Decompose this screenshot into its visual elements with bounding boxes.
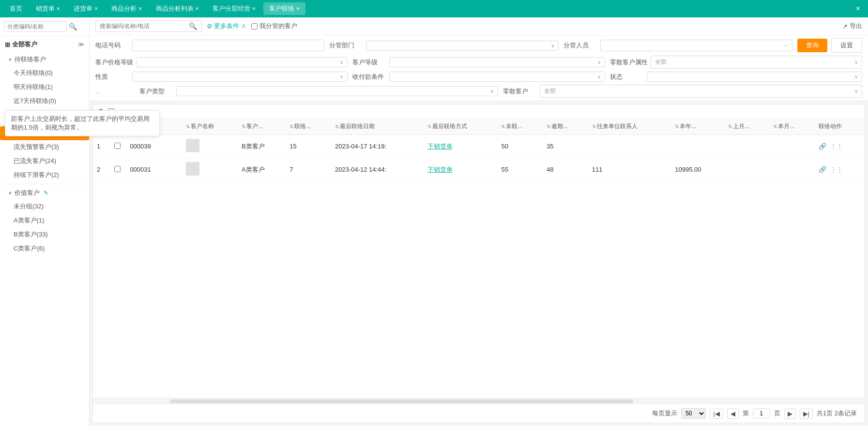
cell-action[interactable]: 🔗 ⋮⋮ — [815, 158, 865, 181]
filter-select-retail-customer[interactable]: 全部 ∨ — [540, 85, 862, 98]
sidebar-search-icon[interactable]: 🔍 — [69, 23, 77, 30]
filter-rows-expanded: 电话号码 分管部门 ∨ 分管人员 ··· 查询 设置 — [90, 35, 868, 101]
action-link-icon[interactable]: 🔗 — [819, 166, 826, 173]
cell-action[interactable]: 🔗 ⋮⋮ — [815, 135, 865, 158]
sidebar-item-7day-contact[interactable]: 近7天待联络(0) — [0, 94, 89, 108]
content-area: 🔍 ⚙ 更多条件 ∧ 我分管的客户 ↗ 导出 电话号码 — [90, 17, 868, 426]
nav-item-customer-segment[interactable]: 客户分层经营 × — [207, 2, 261, 15]
cell-last-contact-method[interactable]: 下销货单 — [424, 135, 498, 158]
last-page-button[interactable]: ▶| — [800, 409, 813, 419]
nav-item-customer-contact[interactable]: 客户联络 × — [263, 2, 305, 15]
action-more-icon[interactable]: ⋮⋮ — [830, 166, 843, 173]
col-header-type[interactable]: 客户... — [238, 118, 286, 135]
first-page-button[interactable]: |◀ — [710, 409, 723, 419]
col-header-name[interactable]: 客户名称 — [182, 118, 238, 135]
filter-select-gender[interactable]: ∨ — [132, 72, 348, 82]
filter-action-area: 查询 设置 — [797, 38, 862, 53]
sidebar-group-pending-contact[interactable]: ▼ 待联络客户 — [0, 53, 89, 66]
filter-label-gender: 性质 — [95, 73, 129, 81]
col-header-contact-count[interactable]: 联络... — [286, 118, 331, 135]
filter-select-price-level[interactable]: ∨ — [136, 57, 348, 67]
filter-select-customer-level[interactable]: ∨ — [389, 57, 605, 67]
sidebar-grid-icon: ⊞ — [5, 41, 10, 48]
horizontal-scrollbar-track[interactable] — [170, 399, 633, 403]
sidebar-item-class-c[interactable]: C类客户(6) — [0, 242, 89, 256]
filter-select-status[interactable]: ∨ — [647, 72, 862, 82]
cell-contact-count: 7 — [286, 158, 331, 181]
col-header-last-contact-method[interactable]: 最后联络方式 — [424, 118, 498, 135]
sidebar-group-value-customer[interactable]: ▼ 价值客户 ✎ — [0, 186, 89, 200]
cell-this-month — [769, 158, 815, 181]
cell-uncontacted: 55 — [497, 158, 543, 181]
sidebar-value-arrow-icon: ▼ — [8, 191, 13, 196]
cell-last-month — [724, 135, 770, 158]
nav-item-home[interactable]: 首页 — [4, 2, 28, 15]
window-close-button[interactable]: × — [852, 4, 864, 13]
cell-contacts — [588, 135, 671, 158]
sidebar-item-churn-warning[interactable]: 流失预警客户(3) — [0, 140, 89, 154]
filter-field-status: 状态 ∨ — [610, 72, 862, 82]
sidebar-item-class-b[interactable]: B类客户(33) — [0, 228, 89, 242]
filter-field-customer-level: 客户等级 ∨ — [352, 57, 605, 67]
main-layout: 🔍 ⊞ 全部客户 ≫ ▼ 待联络客户 今天待联络(0) 明天待联络(1) 近7天… — [0, 17, 868, 426]
filter-dots-expander[interactable]: ... — [95, 88, 101, 95]
sidebar-arrow-icon: ▼ — [8, 57, 13, 62]
sidebar-search-input[interactable] — [4, 21, 67, 32]
edit-icon[interactable]: ✎ — [44, 190, 48, 196]
cell-overdue: 35 — [543, 135, 588, 158]
col-header-uncontacted[interactable]: 未联... — [497, 118, 543, 135]
action-more-icon[interactable]: ⋮⋮ — [830, 143, 843, 150]
col-header-last-month[interactable]: 上月... — [724, 118, 770, 135]
filter-label-status: 状态 — [610, 73, 644, 81]
filter-select-payment[interactable]: ∨ — [389, 72, 605, 82]
horizontal-scrollbar-area[interactable] — [93, 398, 865, 404]
sidebar-item-class-a[interactable]: A类客户(1) — [0, 214, 89, 228]
filter-row-4: ... 客户类型 ∨ 零散客户 全部 ∨ — [95, 85, 862, 98]
filter-label-retail-customer: 零散客户 — [503, 87, 537, 96]
table-toolbar: ⚙ — [93, 104, 865, 118]
sidebar-item-tomorrow-contact[interactable]: 明天待联络(1) — [0, 80, 89, 94]
nav-item-product-analysis-list[interactable]: 商品分析列表 × — [150, 2, 205, 15]
col-header-overdue[interactable]: 逾期... — [543, 118, 588, 135]
filter-search-input[interactable] — [100, 23, 187, 29]
nav-item-sales[interactable]: 销货单 × — [30, 2, 66, 15]
cell-last-contact-method[interactable]: 下销货单 — [424, 158, 498, 181]
filter-row-3: 性质 ∨ 收付款条件 ∨ 状态 ∨ — [95, 72, 862, 82]
col-header-this-month[interactable]: 本月... — [769, 118, 815, 135]
action-link-icon[interactable]: 🔗 — [819, 143, 826, 150]
col-header-last-contact-date[interactable]: 最后联络日期 — [331, 118, 424, 135]
filter-field-gender: 性质 ∨ — [95, 72, 348, 82]
customer-table: 客户编码 客户名称 客户... 联络... 最后联络日期 最后联络方式 未联..… — [93, 118, 865, 181]
filter-input-phone[interactable] — [132, 40, 324, 51]
nav-item-product-analysis[interactable]: 商品分析 × — [106, 2, 148, 15]
sidebar-item-unclassified[interactable]: 未分组(32) — [0, 200, 89, 214]
col-header-this-year[interactable]: 本年... — [671, 118, 724, 135]
settings-button[interactable]: 设置 — [831, 38, 862, 53]
filter-select-retail-attr[interactable]: 全部 ∨ — [651, 56, 862, 69]
filter-select-manager[interactable]: ··· — [600, 40, 792, 51]
cell-type: B类客户 — [238, 135, 286, 158]
sidebar-item-declining[interactable]: 持续下滑客户(2) — [0, 168, 89, 182]
my-customer-checkbox[interactable] — [251, 23, 258, 29]
nav-item-purchase[interactable]: 进货单 × — [68, 2, 104, 15]
more-conditions-button[interactable]: ⚙ 更多条件 ∧ — [207, 22, 246, 30]
filter-search-icon[interactable]: 🔍 — [189, 22, 197, 30]
table-scroll-wrapper[interactable]: 客户编码 客户名称 客户... 联络... 最后联络日期 最后联络方式 未联..… — [93, 118, 865, 398]
pagination: 每页显示 50 20 100 |◀ ◀ 第 页 ▶ ▶| 共1页 2条记录 — [93, 404, 865, 423]
filter-icon: ⚙ — [207, 23, 213, 30]
per-page-select[interactable]: 50 20 100 — [681, 408, 706, 419]
sidebar-item-today-contact[interactable]: 今天待联络(0) — [0, 66, 89, 80]
sidebar-collapse-button[interactable]: ≫ — [78, 41, 84, 48]
page-number-input[interactable] — [753, 409, 770, 418]
query-button[interactable]: 查询 — [797, 39, 827, 52]
filter-select-customer-type[interactable]: ∨ — [176, 86, 499, 96]
sidebar-item-churned[interactable]: 已流失客户(24) — [0, 154, 89, 168]
prev-page-button[interactable]: ◀ — [727, 409, 739, 419]
export-button[interactable]: ↗ 导出 — [842, 22, 862, 30]
next-page-button[interactable]: ▶ — [784, 409, 796, 419]
cell-checkbox[interactable] — [110, 135, 126, 158]
cell-checkbox[interactable] — [110, 158, 126, 181]
col-header-contacts[interactable]: 往来单位联系人 — [588, 118, 671, 135]
filter-label-payment: 收付款条件 — [352, 73, 386, 81]
filter-select-dept[interactable]: ∨ — [366, 41, 558, 51]
